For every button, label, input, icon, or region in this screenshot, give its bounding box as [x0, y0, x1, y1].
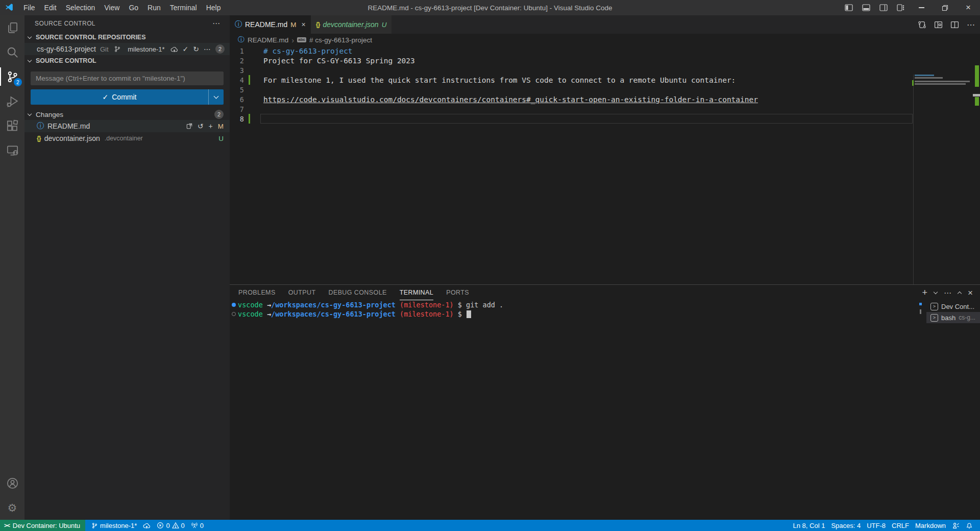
menu-file[interactable]: File — [19, 0, 40, 15]
code-line[interactable]: 6 https://code.visualstudio.com/docs/dev… — [230, 94, 980, 104]
menu-help[interactable]: Help — [202, 0, 226, 15]
minimap[interactable] — [914, 75, 973, 105]
run-and-debug-icon[interactable] — [0, 89, 24, 113]
tab-output[interactable]: OUTPUT — [288, 285, 316, 300]
sidebar-title: SOURCE CONTROL — [35, 20, 95, 27]
extensions-icon[interactable] — [0, 113, 24, 138]
code-line[interactable]: 5 — [230, 85, 980, 94]
maximize-panel-icon[interactable] — [958, 291, 962, 295]
prompt-dollar: $ — [454, 310, 466, 318]
open-preview-icon[interactable] — [934, 20, 943, 29]
branch-status-item[interactable]: milestone-1* — [88, 520, 140, 531]
close-panel-icon[interactable]: × — [968, 288, 973, 297]
notifications-item[interactable] — [963, 520, 976, 531]
terminal-path: /workspaces/cs-gy-6613-project — [271, 310, 396, 318]
cursor-position-item[interactable]: Ln 8, Col 1 — [790, 520, 828, 531]
indentation-item[interactable]: Spaces: 4 — [828, 520, 864, 531]
tab-ports[interactable]: PORTS — [446, 285, 469, 300]
search-icon[interactable] — [0, 40, 24, 64]
menu-view[interactable]: View — [100, 0, 124, 15]
breadcrumb-separator: › — [291, 36, 294, 44]
stage-changes-icon[interactable]: + — [209, 123, 213, 130]
section-repositories[interactable]: SOURCE CONTROL REPOSITORIES — [24, 32, 230, 43]
command-decoration-icon[interactable] — [232, 312, 236, 316]
sidebar-more-actions-icon[interactable]: ⋯ — [210, 19, 223, 28]
close-tab-icon[interactable]: × — [301, 20, 305, 29]
open-changes-icon[interactable] — [918, 20, 926, 29]
code-line[interactable]: 4 For milestone 1, I used the quick star… — [230, 75, 980, 85]
line-number: 7 — [230, 105, 244, 113]
ports-status-item[interactable]: 0 — [188, 520, 207, 531]
commit-message-input[interactable] — [31, 71, 224, 85]
split-editor-icon[interactable] — [950, 20, 959, 29]
code-link-text[interactable]: https://code.visualstudio.com/docs/devco… — [263, 95, 758, 104]
open-file-icon[interactable] — [186, 123, 192, 129]
changes-header[interactable]: Changes 2 — [24, 109, 230, 120]
command-decoration-icon[interactable] — [232, 303, 236, 307]
terminal[interactable]: vscode →/workspaces/cs-gy-6613-project (… — [230, 300, 924, 520]
terminal-list-item-bash[interactable]: > bash cs-g... — [926, 312, 980, 323]
terminal-list-item-devcontainer[interactable]: > Dev Cont... — [926, 301, 980, 312]
publish-status-item[interactable] — [140, 520, 154, 531]
code-line[interactable]: 3 — [230, 65, 980, 75]
tab-problems[interactable]: PROBLEMS — [238, 285, 276, 300]
terminal-profile-dropdown-icon[interactable] — [934, 290, 938, 294]
language-mode-item[interactable]: Markdown — [912, 520, 949, 531]
source-control-icon[interactable]: 2 — [0, 64, 24, 89]
activity-bar: 2 ⚙ — [0, 15, 24, 520]
branch-icon — [91, 522, 98, 529]
tab-debug-console[interactable]: DEBUG CONSOLE — [328, 285, 386, 300]
editor-group: ⓘ README.md M × {} devcontainer.json U ⋯… — [230, 15, 980, 520]
commit-check-icon[interactable]: ✓ — [183, 45, 189, 53]
restore-button[interactable] — [933, 0, 957, 15]
eol-item[interactable]: CRLF — [889, 520, 912, 531]
customize-layout-icon[interactable] — [892, 0, 910, 15]
toggle-sidebar-icon[interactable] — [840, 0, 857, 15]
settings-gear-icon[interactable]: ⚙ — [0, 495, 24, 520]
menu-terminal[interactable]: Terminal — [165, 0, 202, 15]
new-terminal-icon[interactable]: + — [922, 288, 928, 297]
panel-tab-bar: PROBLEMS OUTPUT DEBUG CONSOLE TERMINAL P… — [230, 285, 980, 300]
menu-go[interactable]: Go — [124, 0, 143, 15]
remote-explorer-icon[interactable] — [0, 138, 24, 162]
problems-status-item[interactable]: 0 0 — [154, 520, 187, 531]
line-number: 2 — [230, 57, 244, 65]
tab-readme[interactable]: ⓘ README.md M × — [230, 15, 311, 34]
menu-selection[interactable]: Selection — [61, 0, 100, 15]
tab-devcontainer[interactable]: {} devcontainer.json U — [311, 15, 393, 34]
repository-row[interactable]: cs-gy-6613-project Git milestone-1* ✓ ↻ … — [24, 43, 230, 55]
section-source-control[interactable]: SOURCE CONTROL — [24, 55, 230, 66]
menu-edit[interactable]: Edit — [40, 0, 61, 15]
chevron-down-icon — [214, 94, 219, 99]
refresh-icon[interactable]: ↻ — [193, 45, 199, 53]
breadcrumb-symbol[interactable]: # cs-gy-6613-project — [309, 36, 372, 44]
code-line-current[interactable]: 8 — [230, 114, 980, 124]
change-row-readme[interactable]: ⓘ README.md ↺ + M — [24, 120, 230, 132]
editor-more-actions-icon[interactable]: ⋯ — [967, 20, 975, 30]
accounts-icon[interactable] — [0, 471, 24, 495]
explorer-icon[interactable] — [0, 15, 24, 40]
publish-cloud-icon[interactable] — [170, 46, 178, 53]
panel-more-actions-icon[interactable]: ⋯ — [944, 289, 951, 297]
discard-changes-icon[interactable]: ↺ — [198, 123, 204, 130]
feedback-item[interactable] — [949, 520, 963, 531]
minimize-button[interactable] — [910, 0, 933, 15]
close-window-button[interactable]: × — [957, 0, 980, 15]
menu-run[interactable]: Run — [143, 0, 165, 15]
commit-dropdown-button[interactable] — [208, 89, 224, 105]
change-row-devcontainer[interactable]: {} devcontainer.json .devcontainer U — [24, 132, 230, 144]
repo-branch-label[interactable]: milestone-1* — [128, 45, 164, 53]
toggle-secondary-sidebar-icon[interactable] — [875, 0, 892, 15]
commit-button[interactable]: ✓ Commit — [31, 89, 224, 105]
code-line[interactable]: 2 Project for CS-GY-6613 Spring 2023 — [230, 56, 980, 65]
code-line[interactable]: 7 — [230, 104, 980, 114]
tab-terminal[interactable]: TERMINAL — [400, 285, 433, 300]
toggle-panel-icon[interactable] — [857, 0, 875, 15]
terminal-branch: (milestone-1) — [396, 310, 454, 318]
modified-gutter-indicator — [249, 75, 250, 85]
remote-indicator[interactable]: >< Dev Container: Ubuntu — [0, 520, 85, 531]
encoding-item[interactable]: UTF-8 — [864, 520, 889, 531]
code-line[interactable]: 1 # cs-gy-6613-project — [230, 46, 980, 56]
breadcrumb-file[interactable]: README.md — [248, 36, 288, 44]
repo-more-icon[interactable]: ⋯ — [204, 45, 211, 53]
